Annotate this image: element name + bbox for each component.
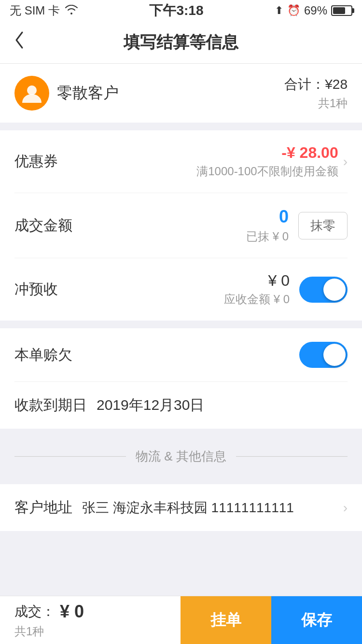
address-chevron-right-icon: ›: [343, 500, 348, 516]
battery-icon: [331, 5, 352, 16]
round-off-button[interactable]: 抹零: [298, 212, 348, 239]
coupon-transaction-card: 优惠券 -¥ 28.00 满1000-100不限制使用金额 › 成交金额 0 已…: [0, 130, 362, 321]
transaction-row: 成交金额 0 已抹 ¥ 0 抹零: [0, 193, 362, 258]
transaction-label: 成交金额: [14, 216, 72, 236]
bottom-amount: ¥ 0: [60, 602, 84, 622]
bottom-count: 共1种: [14, 624, 166, 639]
main-content: 零散客户 合计：¥28 共1种 优惠券 -¥ 28.00 满1000-100不限…: [0, 64, 362, 589]
nav-bar: 填写结算等信息: [0, 21, 362, 64]
toggle-knob: [323, 279, 346, 301]
bottom-info: 成交： ¥ 0 共1种: [0, 602, 181, 639]
prepay-right: ¥ 0 应收金额 ¥ 0: [224, 272, 348, 307]
debt-card: 本单赊欠 收款到期日 2019年12月30日: [0, 328, 362, 429]
coupon-chevron-right-icon: ›: [343, 154, 348, 169]
page-title: 填写结算等信息: [124, 31, 238, 54]
prepay-toggle[interactable]: [299, 277, 348, 303]
location-icon: ⬆: [275, 4, 283, 17]
prepay-label: 冲预收: [14, 280, 58, 299]
status-bar: 无 SIM 卡 下午3:18 ⬆ ⏰ 69%: [0, 0, 362, 21]
debt-toggle[interactable]: [299, 342, 348, 368]
alarm-icon: ⏰: [287, 4, 300, 17]
address-value: 张三 海淀永丰科技园 11111111111: [82, 499, 343, 517]
prepay-value-wrap: ¥ 0 应收金额 ¥ 0: [224, 272, 290, 307]
pending-button[interactable]: 挂单: [181, 596, 271, 644]
time-display: 下午3:18: [149, 1, 203, 20]
coupon-amount: -¥ 28.00: [196, 144, 338, 162]
coupon-row[interactable]: 优惠券 -¥ 28.00 满1000-100不限制使用金额 ›: [0, 130, 362, 193]
battery-percentage: 69%: [304, 4, 327, 17]
bottom-label: 成交：: [14, 602, 55, 621]
wifi-icon: [65, 4, 78, 17]
transaction-value-wrap: 0 已抹 ¥ 0: [246, 207, 289, 244]
logistics-label: 物流 & 其他信息: [126, 448, 236, 465]
logistics-section-header: 物流 & 其他信息: [0, 436, 362, 476]
due-date-label: 收款到期日: [14, 395, 87, 415]
bottom-amount-row: 成交： ¥ 0: [14, 602, 166, 622]
transaction-value: 0: [246, 207, 289, 227]
address-row[interactable]: 客户地址 张三 海淀永丰科技园 11111111111 ›: [0, 484, 362, 531]
coupon-desc: 满1000-100不限制使用金额: [196, 164, 338, 179]
carrier-text: 无 SIM 卡: [10, 3, 60, 18]
total-count: 共1种: [284, 96, 348, 111]
prepay-value: ¥ 0: [224, 272, 290, 290]
customer-name: 零散客户: [57, 83, 119, 104]
prepay-row: 冲预收 ¥ 0 应收金额 ¥ 0: [0, 258, 362, 321]
due-date-value: 2019年12月30日: [97, 395, 204, 415]
prepay-sub: 应收金额 ¥ 0: [224, 292, 290, 307]
transaction-right: 0 已抹 ¥ 0 抹零: [246, 207, 348, 244]
address-label: 客户地址: [14, 498, 72, 518]
save-button[interactable]: 保存: [271, 596, 362, 644]
coupon-label: 优惠券: [14, 152, 58, 171]
customer-left: 零散客户: [14, 76, 119, 111]
debt-label: 本单赊欠: [14, 345, 72, 365]
debt-row: 本单赊欠: [0, 328, 362, 381]
customer-total: 合计：¥28 共1种: [284, 75, 348, 111]
status-right: ⬆ ⏰ 69%: [275, 4, 352, 17]
svg-point-0: [27, 85, 37, 95]
avatar: [14, 76, 49, 111]
back-button[interactable]: [14, 30, 25, 54]
debt-toggle-knob: [323, 344, 346, 366]
due-date-row: 收款到期日 2019年12月30日: [0, 382, 362, 429]
total-amount: 合计：¥28: [284, 75, 348, 94]
status-left: 无 SIM 卡: [10, 3, 78, 18]
transaction-sub: 已抹 ¥ 0: [246, 229, 289, 244]
coupon-right: -¥ 28.00 满1000-100不限制使用金额 ›: [196, 144, 348, 179]
bottom-bar: 成交： ¥ 0 共1种 挂单 保存: [0, 596, 362, 644]
customer-section: 零散客户 合计：¥28 共1种: [0, 64, 362, 123]
